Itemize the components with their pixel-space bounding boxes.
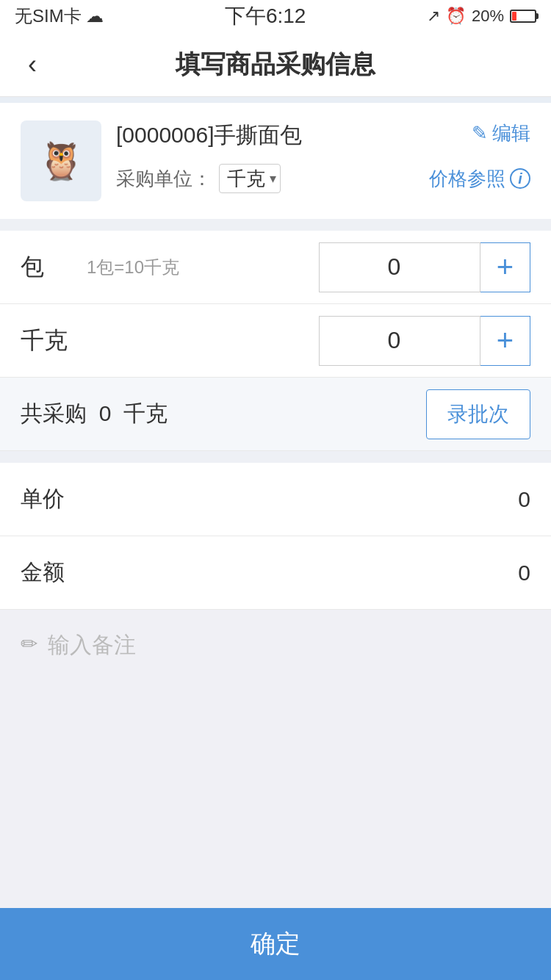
quantity-label-bao: 包 [21,251,79,284]
quantity-label-kg: 千克 [21,325,79,357]
record-batch-button[interactable]: 录批次 [426,389,530,439]
edit-button[interactable]: ✎ 编辑 [472,120,530,146]
battery-percent: 20% [472,7,504,26]
quantity-input-bao[interactable] [319,242,480,292]
price-info-section: 单价 0 金额 0 [0,463,551,610]
section-divider-2 [0,451,551,463]
total-row: 共采购 0 千克 录批次 [0,378,551,451]
price-ref-label: 价格参照 [429,166,505,192]
sim-label: 无SIM卡 ☁ [15,4,104,28]
product-info-row1: [0000006]手撕面包 ✎ 编辑 [116,120,530,151]
edit-icon: ✎ [472,122,488,145]
price-row: 单价 0 [0,463,551,536]
quantity-input-kg[interactable] [319,316,480,366]
quantity-sublabel-bao: 1包=10千克 [87,256,179,279]
alarm-icon: ⏰ [446,7,466,26]
pencil-icon: ✏ [21,632,37,656]
location-icon: ↗ [427,7,440,26]
product-card: 🦉 [0000006]手撕面包 ✎ 编辑 采购单位： 千克 价格参照 i [0,103,551,219]
quantity-section: 包 1包=10千克 + 千克 + 共采购 0 千克 录批次 [0,231,551,451]
info-icon: i [510,168,530,189]
quantity-row-bao: 包 1包=10千克 + [0,231,551,304]
amount-value: 0 [518,561,530,586]
status-bar: 无SIM卡 ☁ 下午6:12 ↗ ⏰ 20% [0,0,551,32]
price-label: 单价 [21,484,65,514]
product-info-row2: 采购单位： 千克 价格参照 i [116,164,530,193]
notes-placeholder: 输入备注 [48,630,136,660]
total-text: 共采购 0 千克 [21,399,168,429]
product-logo: 🦉 [21,120,101,201]
price-ref-button[interactable]: 价格参照 i [429,166,530,192]
status-time: 下午6:12 [225,2,306,30]
purchase-unit: 采购单位： 千克 [116,164,281,193]
amount-row: 金额 0 [0,536,551,610]
quantity-input-group-bao: + [319,242,530,292]
price-value: 0 [518,487,530,512]
quantity-input-group-kg: + [319,316,530,366]
total-prefix: 共采购 [21,401,87,425]
unit-select[interactable]: 千克 [219,164,281,193]
top-divider [0,97,551,103]
total-unit: 千克 [123,401,168,425]
status-left: 无SIM卡 ☁ [15,4,104,28]
back-button[interactable]: ‹ [21,42,44,87]
status-right: ↗ ⏰ 20% [427,7,536,26]
quantity-plus-bao[interactable]: + [480,242,530,292]
product-info: [0000006]手撕面包 ✎ 编辑 采购单位： 千克 价格参照 i [116,120,530,193]
amount-label: 金额 [21,558,65,588]
product-name: [0000006]手撕面包 [116,120,302,151]
confirm-label: 确定 [251,927,300,961]
nav-bar: ‹ 填写商品采购信息 [0,32,551,97]
confirm-button[interactable]: 确定 [0,908,551,980]
battery-icon [510,10,536,23]
page-title: 填写商品采购信息 [176,48,375,82]
notes-section[interactable]: ✏ 输入备注 [0,610,551,860]
unit-select-wrapper[interactable]: 千克 [219,164,281,193]
quantity-plus-kg[interactable]: + [480,316,530,366]
quantity-row-kg: 千克 + [0,304,551,378]
purchase-unit-label: 采购单位： [116,166,212,192]
section-divider-1 [0,219,551,231]
total-amount: 0 [99,401,112,425]
edit-label: 编辑 [492,120,530,146]
product-owl-icon: 🦉 [38,140,84,182]
